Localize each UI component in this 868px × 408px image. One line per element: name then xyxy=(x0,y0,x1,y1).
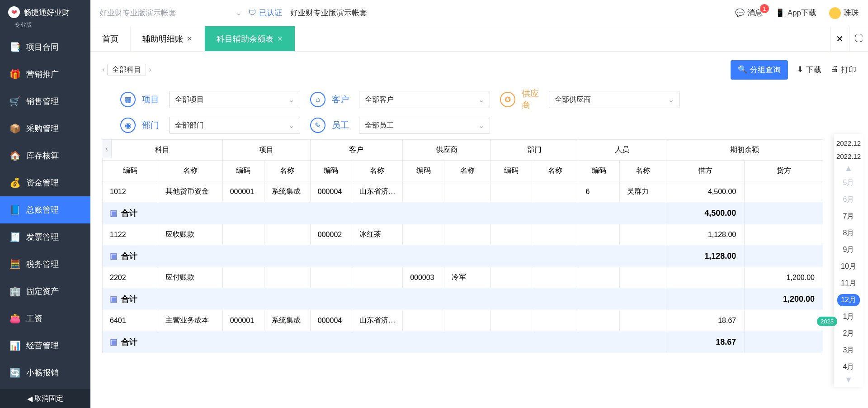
nav-item-6[interactable]: 📘总账管理 xyxy=(0,196,90,223)
period-to[interactable]: 2022.12 xyxy=(836,151,861,162)
nav-item-0[interactable]: 📑项目合同 xyxy=(0,33,90,61)
verified-badge: 🛡 已认证 xyxy=(249,8,282,18)
chevron-down-icon: ⌄ xyxy=(288,95,294,104)
nav-label: 营销推广 xyxy=(26,69,59,80)
collapse-icon[interactable]: ▣ xyxy=(110,208,118,218)
brand: ❤ 畅捷通好业财 xyxy=(0,0,90,21)
group-query-button[interactable]: 🔍 分组查询 xyxy=(731,60,788,80)
col-header: 名称 xyxy=(620,161,666,181)
nav[interactable]: 📑项目合同🎁营销推广🛒销售管理📦采购管理🏠库存核算💰资金管理📘总账管理🧾发票管理… xyxy=(0,33,90,392)
nav-label: 资金管理 xyxy=(26,177,59,188)
customer-select[interactable]: 全部客户⌄ xyxy=(359,91,490,108)
month-item[interactable]: 2月 xyxy=(840,327,858,340)
close-icon[interactable]: ✕ xyxy=(277,35,283,43)
month-item[interactable]: 4月 xyxy=(840,361,858,373)
group-header: 项目 xyxy=(222,140,310,161)
search-icon: 🔍 xyxy=(738,65,747,75)
nav-item-8[interactable]: 🧮税务管理 xyxy=(0,251,90,278)
account-label: 好业财专业版演示帐套 xyxy=(290,8,367,18)
close-tab-button[interactable]: ✕ xyxy=(830,26,849,51)
col-header: 贷方 xyxy=(745,161,823,181)
table-row[interactable]: ▣合计1,128.00 xyxy=(103,245,823,267)
table-row[interactable]: ▣合计18.67 xyxy=(103,331,823,353)
nav-icon: 🔄 xyxy=(10,368,20,378)
nav-icon: 🛒 xyxy=(10,96,20,106)
month-item[interactable]: 6月 xyxy=(840,194,858,206)
table-row[interactable]: ▣合计4,500.00 xyxy=(103,202,823,224)
nav-item-10[interactable]: 👛工资 xyxy=(0,305,90,332)
tab[interactable]: 首页 xyxy=(90,26,131,51)
collapse-icon[interactable]: ▣ xyxy=(110,337,118,347)
nav-label: 工资 xyxy=(26,313,42,324)
chevron-right-icon[interactable]: › xyxy=(149,66,151,74)
staff-select[interactable]: 全部员工⌄ xyxy=(359,117,490,134)
nav-label: 销售管理 xyxy=(26,96,59,107)
table-scroll-left[interactable]: ‹ xyxy=(102,139,112,158)
fullscreen-button[interactable]: ⛶ xyxy=(849,26,868,51)
table-row[interactable]: ▣合计1,200.00 xyxy=(103,288,823,310)
nav-item-5[interactable]: 💰资金管理 xyxy=(0,169,90,196)
nav-icon: 📘 xyxy=(10,205,20,215)
download-button[interactable]: ⬇ 下载 xyxy=(797,65,821,75)
mobile-icon: 📱 xyxy=(775,8,785,18)
month-item[interactable]: 10月 xyxy=(837,261,860,273)
filter-bar: ▦ 项目 全部项目⌄ ⌂ 客户 全部客户⌄ ✪ 供应商 全部供应商⌄ ◉ 部门 … xyxy=(102,88,856,134)
col-header: 名称 xyxy=(444,161,491,181)
month-item[interactable]: 9月 xyxy=(840,244,858,256)
nav-label: 税务管理 xyxy=(26,259,59,270)
table-row[interactable]: 6401主营业务成本000001系统集成000004山东省济…18.67 xyxy=(103,310,823,331)
collapse-icon[interactable]: ▣ xyxy=(110,251,118,261)
nav-item-3[interactable]: 📦采购管理 xyxy=(0,115,90,142)
nav-label: 小畅报销 xyxy=(26,367,59,378)
dept-select[interactable]: 全部部门⌄ xyxy=(169,117,300,134)
collapse-icon[interactable]: ▣ xyxy=(110,294,118,304)
nav-item-12[interactable]: 🔄小畅报销 xyxy=(0,359,90,386)
nav-item-1[interactable]: 🎁营销推广 xyxy=(0,61,90,88)
table-row[interactable]: 1012其他货币资金000001系统集成000004山东省济…6吴群力4,500… xyxy=(103,181,823,202)
period-down[interactable]: ▼ xyxy=(844,375,853,384)
customer-label: 客户 xyxy=(332,94,353,105)
print-button[interactable]: 🖨 打印 xyxy=(830,65,856,75)
tab[interactable]: 辅助明细账✕ xyxy=(131,26,205,51)
table-row[interactable]: 2202应付账款000003冷军1,200.00 xyxy=(103,267,823,288)
month-item[interactable]: 8月 xyxy=(840,227,858,239)
nav-item-7[interactable]: 🧾发票管理 xyxy=(0,223,90,251)
nav-item-4[interactable]: 🏠库存核算 xyxy=(0,142,90,169)
supplier-icon: ✪ xyxy=(500,92,515,107)
month-item[interactable]: 12月 xyxy=(837,294,860,306)
breadcrumb: ‹ 全部科目 › xyxy=(102,64,151,76)
month-item[interactable]: 3月 xyxy=(840,344,858,356)
month-item[interactable]: 7月 xyxy=(840,210,858,223)
app-download-button[interactable]: 📱 App下载 xyxy=(775,8,816,18)
shield-icon: 🛡 xyxy=(249,9,256,18)
subject-link[interactable]: 全部科目 xyxy=(107,64,146,76)
col-header: 编码 xyxy=(578,161,620,181)
month-item[interactable]: 1月 xyxy=(840,311,858,323)
nav-label: 采购管理 xyxy=(26,123,59,134)
nav-item-9[interactable]: 🏢固定资产 xyxy=(0,278,90,305)
close-icon[interactable]: ✕ xyxy=(187,35,193,43)
brand-logo: ❤ xyxy=(8,6,20,18)
table-row[interactable]: 1122应收账款000002冰红茶1,128.00 xyxy=(103,224,823,245)
project-select[interactable]: 全部项目⌄ xyxy=(169,91,300,108)
messages-button[interactable]: 💬 消息 1 xyxy=(735,8,763,18)
brand-sub: 专业版 xyxy=(0,21,90,33)
sidebar-collapse-button[interactable]: ◀ 取消固定 xyxy=(0,389,90,408)
nav-item-11[interactable]: 📊经营管理 xyxy=(0,332,90,359)
col-header: 编码 xyxy=(222,161,264,181)
chevron-left-icon[interactable]: ‹ xyxy=(102,66,104,74)
customer-icon: ⌂ xyxy=(310,92,326,107)
month-item[interactable]: 5月 xyxy=(840,177,858,189)
message-icon: 💬 xyxy=(735,8,745,18)
supplier-select[interactable]: 全部供应商⌄ xyxy=(549,91,680,108)
tab[interactable]: 科目辅助余额表✕ xyxy=(205,26,295,51)
account-select[interactable]: 好业财专业版演示帐套 ⌄ xyxy=(99,8,249,18)
user-menu[interactable]: 珠珠 xyxy=(829,7,859,19)
nav-item-2[interactable]: 🛒销售管理 xyxy=(0,88,90,115)
nav-label: 发票管理 xyxy=(26,232,59,242)
period-panel: 2022.12 2022.12 ▲ 5月6月7月8月9月10月11月12月1月2… xyxy=(834,134,863,387)
month-item[interactable]: 11月 xyxy=(837,277,860,289)
period-from[interactable]: 2022.12 xyxy=(836,138,861,149)
period-up[interactable]: ▲ xyxy=(844,164,853,173)
download-icon: ⬇ xyxy=(797,65,803,75)
